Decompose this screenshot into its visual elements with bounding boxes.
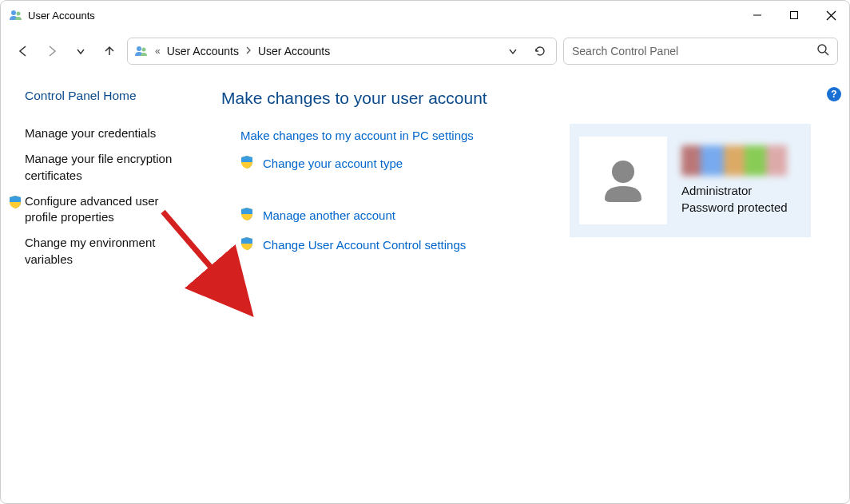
- sidebar-item-label: Change my environment variables: [25, 235, 194, 268]
- forward-button[interactable]: [41, 40, 63, 62]
- maximize-button[interactable]: [776, 1, 812, 30]
- account-name-blurred: [681, 145, 787, 176]
- sidebar-item-label: Configure advanced user profile properti…: [25, 193, 194, 226]
- account-role: Administrator: [681, 182, 801, 199]
- address-bar[interactable]: « User Accounts User Accounts: [127, 38, 557, 65]
- page-heading: Make changes to your user account: [221, 89, 840, 108]
- link-label: Make changes to my account in PC setting…: [240, 129, 474, 142]
- control-panel-home-link[interactable]: Control Panel Home: [25, 89, 194, 103]
- recent-dropdown-button[interactable]: [70, 40, 92, 62]
- content-area: Control Panel Home Manage your credentia…: [1, 73, 849, 277]
- sidebar-file-encryption-certs[interactable]: Manage your file encryption certificates: [25, 151, 194, 184]
- sidebar-manage-credentials[interactable]: Manage your credentials: [25, 125, 194, 141]
- search-bar[interactable]: [563, 38, 838, 65]
- sidebar-item-label: Manage your file encryption certificates: [25, 151, 194, 184]
- sidebar: Control Panel Home Manage your credentia…: [25, 89, 210, 277]
- svg-point-6: [137, 46, 141, 51]
- shield-icon: [240, 155, 255, 172]
- breadcrumb-seg-2[interactable]: User Accounts: [258, 45, 330, 58]
- up-button[interactable]: [98, 40, 121, 62]
- back-button[interactable]: [12, 40, 34, 62]
- link-uac-settings[interactable]: Change User Account Control settings: [240, 236, 840, 253]
- window-title: User Accounts: [28, 10, 739, 22]
- window-controls: [739, 1, 849, 30]
- svg-point-1: [17, 12, 21, 16]
- link-label: Change your account type: [263, 157, 403, 170]
- svg-point-10: [612, 161, 634, 183]
- svg-point-8: [818, 45, 826, 53]
- minimize-button[interactable]: [739, 1, 776, 30]
- svg-line-9: [825, 52, 828, 55]
- main-panel: Make changes to your user account Make c…: [210, 89, 840, 277]
- search-icon[interactable]: [816, 43, 829, 59]
- refresh-button[interactable]: [529, 40, 551, 62]
- search-input[interactable]: [572, 45, 816, 58]
- shield-icon: [240, 207, 255, 224]
- address-dropdown-button[interactable]: [502, 40, 524, 62]
- link-label: Manage another account: [263, 208, 395, 222]
- user-accounts-icon: [9, 8, 23, 22]
- title-bar: User Accounts: [1, 1, 849, 30]
- svg-point-0: [11, 10, 16, 15]
- current-account-card: Administrator Password protected: [570, 124, 811, 237]
- avatar: [579, 137, 667, 224]
- breadcrumb-overflow-icon[interactable]: «: [153, 46, 162, 57]
- account-info: Administrator Password protected: [681, 145, 801, 216]
- user-accounts-icon: [134, 44, 149, 58]
- sidebar-env-vars[interactable]: Change my environment variables: [25, 235, 194, 268]
- chevron-right-icon[interactable]: [244, 46, 253, 57]
- nav-toolbar: « User Accounts User Accounts: [1, 30, 849, 73]
- breadcrumb-seg-1[interactable]: User Accounts: [167, 45, 239, 58]
- shield-icon: [9, 195, 22, 226]
- close-button[interactable]: [812, 1, 849, 30]
- shield-icon: [240, 236, 255, 253]
- sidebar-advanced-profile[interactable]: Configure advanced user profile properti…: [25, 193, 194, 226]
- account-status: Password protected: [681, 199, 801, 216]
- svg-rect-3: [791, 12, 798, 19]
- link-label: Change User Account Control settings: [263, 238, 466, 252]
- svg-point-7: [142, 48, 146, 52]
- sidebar-item-label: Manage your credentials: [25, 125, 156, 141]
